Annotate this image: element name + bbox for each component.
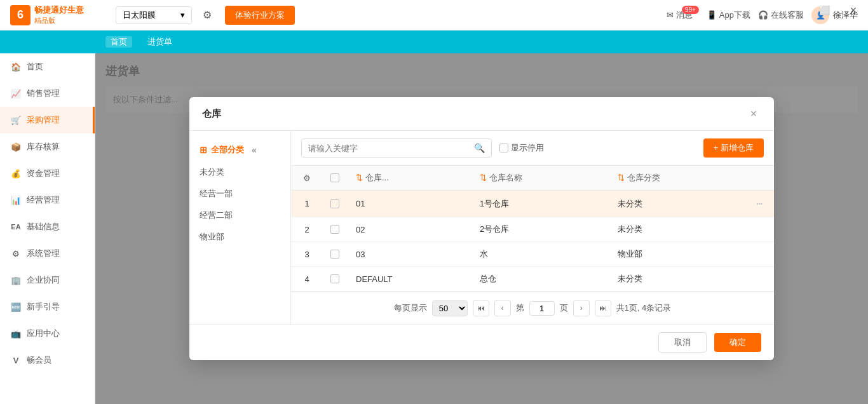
table-row[interactable]: 3 03 水 物业部	[291, 242, 774, 267]
table-row[interactable]: 1 01 1号仓库 未分类 ···	[291, 191, 774, 217]
category-item-dept2[interactable]: 经营二部	[189, 205, 290, 226]
row-category-3: 物业部	[610, 242, 749, 267]
per-page-label: 每页显示	[394, 302, 427, 314]
close-btn[interactable]: ✕	[839, 0, 868, 20]
row-code-1: 01	[348, 191, 472, 217]
finance-icon: 💰	[10, 168, 22, 179]
app-download-icon: 📱	[707, 10, 717, 20]
sales-icon: 📈	[10, 88, 22, 99]
settings-icon-btn[interactable]: ⚙	[197, 5, 217, 25]
show-disabled-checkbox[interactable]	[499, 144, 508, 152]
modal-close-btn[interactable]: ×	[746, 106, 761, 121]
member-icon: V	[10, 354, 22, 366]
table-row[interactable]: 2 02 2号仓库 未分类	[291, 217, 774, 242]
app-download-label: App下载	[719, 10, 750, 21]
window-controls: — ⬜ ✕	[780, 0, 868, 20]
modal-title: 仓库	[202, 108, 221, 120]
sidebar-item-system[interactable]: ⚙ 系统管理	[0, 240, 95, 267]
row-checkbox-3[interactable]	[330, 250, 339, 259]
row-checkbox-1[interactable]	[330, 199, 339, 208]
sidebar-item-member[interactable]: V 畅会员	[0, 347, 95, 374]
message-badge: 99+	[682, 6, 699, 14]
sidebar-item-operations[interactable]: 📊 经营管理	[0, 187, 95, 213]
cancel-button[interactable]: 取消	[658, 332, 707, 353]
sidebar-item-finance[interactable]: 💰 资金管理	[0, 160, 95, 187]
table-row[interactable]: 4 DEFAULT 总仓 未分类	[291, 267, 774, 292]
row-no-2: 2	[291, 217, 323, 242]
search-input-wrap: 🔍	[301, 138, 492, 158]
message-icon: ✉	[667, 10, 674, 20]
row-category-2: 未分类	[610, 217, 749, 242]
sidebar-label-member: 畅会员	[27, 354, 51, 366]
app-logo-icon: 6	[10, 5, 31, 25]
search-button[interactable]: 🔍	[468, 139, 491, 157]
collapse-panel-btn[interactable]: «	[248, 144, 261, 156]
first-page-btn[interactable]: ⏮	[473, 300, 489, 316]
branch-selector[interactable]: 日太阳膜 ▾	[116, 6, 192, 24]
search-input[interactable]	[302, 140, 468, 157]
sidebar-label-purchase: 采购管理	[27, 114, 60, 126]
minimize-btn[interactable]: —	[780, 0, 810, 20]
sidebar-item-purchase[interactable]: 🛒 采购管理	[0, 107, 95, 133]
category-panel: ⊞ 全部分类 « 未分类 经营一部 经营二部 物业部	[189, 131, 291, 324]
more-actions-btn-1[interactable]: ···	[756, 197, 762, 210]
confirm-button[interactable]: 确定	[714, 333, 761, 352]
next-page-btn[interactable]: ›	[573, 300, 590, 316]
app-download-btn[interactable]: 📱 App下载	[707, 10, 750, 21]
system-icon: ⚙	[10, 248, 22, 259]
show-disabled-toggle[interactable]: 显示停用	[499, 142, 544, 154]
table-body: 1 01 1号仓库 未分类 ···	[291, 191, 774, 292]
sidebar-item-sales[interactable]: 📈 销售管理	[0, 80, 95, 107]
message-btn[interactable]: ✉ 消息 99+	[667, 10, 693, 21]
pagination-bar: 每页显示 50 10 20 100 ⏮ ‹ 第 页	[291, 292, 774, 324]
sidebar-item-guide[interactable]: 🆕 新手引导	[0, 293, 95, 320]
sidebar-label-operations: 经营管理	[27, 194, 60, 206]
total-info: 共1页, 4条记录	[616, 302, 672, 314]
category-item-property[interactable]: 物业部	[189, 226, 290, 248]
per-page-select[interactable]: 50 10 20 100	[432, 300, 468, 316]
sidebar-item-home[interactable]: 🏠 首页	[0, 53, 95, 80]
app-center-icon: 📺	[10, 328, 22, 339]
sub-nav-home[interactable]: 首页	[105, 36, 132, 48]
gear-settings-icon[interactable]: ⚙	[303, 173, 311, 183]
sidebar-item-inventory[interactable]: 📦 库存核算	[0, 133, 95, 160]
sidebar-label-sales: 销售管理	[27, 88, 60, 99]
row-checkbox-2[interactable]	[330, 225, 339, 234]
row-name-4: 总仓	[472, 267, 611, 292]
main-layout: 🏠 首页 📈 销售管理 🛒 采购管理 📦 库存核算 💰 资金管理 📊 经营管理 …	[0, 53, 868, 404]
category-item-dept1[interactable]: 经营一部	[189, 183, 290, 205]
last-page-btn[interactable]: ⏭	[595, 300, 611, 316]
row-code-4: DEFAULT	[348, 267, 472, 292]
row-actions-3	[749, 242, 774, 267]
page-suffix: 页	[560, 302, 568, 314]
table-panel: 🔍 显示停用 + 新增仓库	[291, 131, 774, 324]
row-category-1: 未分类	[610, 191, 749, 217]
row-no-3: 3	[291, 242, 323, 267]
table-scroll: ⚙ ⇅仓库...	[291, 166, 774, 292]
row-checkbox-4[interactable]	[330, 274, 339, 283]
warehouse-modal: 仓库 × ⊞ 全部分类 « 未分类 经营一部 经营二部	[189, 97, 774, 360]
sidebar-item-basic[interactable]: EA 基础信息	[0, 213, 95, 240]
current-page-input[interactable]	[529, 301, 555, 316]
add-warehouse-btn[interactable]: + 新增仓库	[703, 138, 764, 158]
maximize-btn[interactable]: ⬜	[810, 0, 839, 20]
sidebar-item-app-center[interactable]: 📺 应用中心	[0, 320, 95, 347]
trial-button[interactable]: 体验行业方案	[225, 6, 295, 25]
sidebar-label-guide: 新手引导	[27, 301, 60, 313]
modal-footer: 取消 确定	[189, 324, 774, 360]
show-disabled-label: 显示停用	[511, 142, 544, 154]
row-category-4: 未分类	[610, 267, 749, 292]
sidebar-label-finance: 资金管理	[27, 168, 60, 179]
prev-page-btn[interactable]: ‹	[494, 300, 511, 316]
select-all-checkbox[interactable]	[330, 173, 339, 182]
headphone-icon: 🎧	[758, 10, 768, 20]
sort-icon-name: ⇅	[480, 173, 487, 182]
all-categories-btn[interactable]: ⊞ 全部分类 «	[189, 138, 290, 161]
page-label: 第	[516, 302, 524, 314]
row-no-4: 4	[291, 267, 323, 292]
sidebar-item-enterprise[interactable]: 🏢 企业协同	[0, 267, 95, 293]
th-code: ⇅仓库...	[348, 166, 472, 191]
inventory-icon: 📦	[10, 141, 22, 152]
category-item-unclassified[interactable]: 未分类	[189, 161, 290, 183]
sub-nav-purchase[interactable]: 进货单	[142, 36, 177, 48]
